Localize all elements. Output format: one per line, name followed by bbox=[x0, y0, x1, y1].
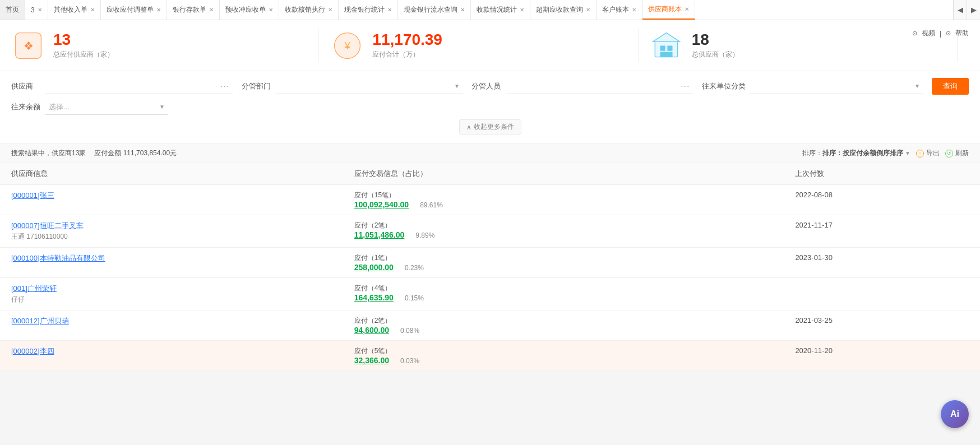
payable-amount[interactable]: 11,051,486.00 bbox=[354, 230, 405, 239]
query-button[interactable]: 查询 bbox=[932, 78, 969, 95]
table-row: [000100]本特勒油品有限公司应付（1笔）258,000.000.23%20… bbox=[0, 248, 980, 278]
nav-receipt-stats[interactable]: 收款情况统计 ✕ bbox=[471, 0, 530, 20]
total-payable-suppliers-value: 13 bbox=[53, 31, 114, 49]
supplier-link[interactable]: [000002]李四 bbox=[11, 347, 54, 355]
nav-left-arrow[interactable]: ◀ bbox=[953, 0, 967, 20]
supplier-info-cell: [000002]李四 bbox=[0, 341, 343, 371]
top-right-links: ⊙ 视频 | ⊙ 帮助 bbox=[912, 29, 969, 38]
table-row: [000001]张三应付（15笔）100,092,540.0089.61%202… bbox=[0, 185, 980, 215]
summary-card-payable-suppliers: ❖ 13 总应付供应商（家） bbox=[11, 29, 319, 62]
nav-other-income-label: 其他收入单 bbox=[54, 5, 87, 15]
supplier-link[interactable]: [001]广州荣轩 bbox=[11, 284, 57, 293]
payable-percentage: 0.03% bbox=[400, 357, 419, 365]
refresh-label: 刷新 bbox=[955, 149, 969, 158]
nav-ar-ap-close[interactable]: ✕ bbox=[156, 7, 161, 13]
supplier-link[interactable]: [000007]恒旺二手叉车 bbox=[11, 221, 84, 230]
nav-overdue-ar[interactable]: 超期应收款查询 ✕ bbox=[530, 0, 597, 20]
help-icon: ⊙ bbox=[946, 30, 951, 37]
dept-dropdown-arrow-icon: ▼ bbox=[454, 83, 460, 89]
nav-bank-deposit[interactable]: 银行存款单 ✕ bbox=[167, 0, 220, 20]
refresh-icon: ↺ bbox=[945, 150, 953, 157]
payable-label: 应付（1笔） bbox=[354, 253, 773, 263]
nav-supplier-ledger-close[interactable]: ✕ bbox=[685, 6, 689, 12]
last-pay-cell: 2020-11-20 bbox=[784, 341, 980, 371]
supplier-link[interactable]: [000100]本特勒油品有限公司 bbox=[11, 254, 105, 262]
summary-content-amount: 11,170.39 应付合计（万） bbox=[372, 31, 442, 60]
nav-customer-ledger[interactable]: 客户账本 ✕ bbox=[597, 0, 642, 20]
nav-home-label: 首页 bbox=[6, 5, 19, 15]
nav-tab3-close[interactable]: ✕ bbox=[38, 7, 42, 13]
nav-cash-bank-flow[interactable]: 现金银行流水查询 ✕ bbox=[398, 0, 471, 20]
nav-customer-ledger-close[interactable]: ✕ bbox=[632, 7, 636, 13]
supplier-info-cell: [000007]恒旺二手叉车王通 17106110000 bbox=[0, 215, 343, 248]
payable-amount[interactable]: 100,092,540.00 bbox=[354, 200, 409, 209]
last-pay-cell: 2023-01-30 bbox=[784, 248, 980, 278]
collapse-button[interactable]: ∧ 收起更多条件 bbox=[459, 119, 521, 135]
supplier-info-cell: [001]广州荣轩仔仔 bbox=[0, 278, 343, 310]
payable-info-cell: 应付（2笔）11,051,486.009.89% bbox=[343, 215, 784, 248]
summary-card-total-suppliers: 18 总供应商（家） bbox=[650, 29, 958, 62]
video-link[interactable]: 视频 bbox=[922, 29, 935, 38]
payable-label: 应付（15笔） bbox=[354, 191, 773, 200]
payable-amount[interactable]: 94,600.00 bbox=[354, 326, 389, 335]
payable-label: 应付（2笔） bbox=[354, 221, 773, 230]
nav-supplier-ledger[interactable]: 供应商账本 ✕ bbox=[642, 0, 695, 20]
col-supplier-info: 供应商信息 bbox=[0, 163, 343, 185]
refresh-button[interactable]: ↺ 刷新 bbox=[945, 149, 969, 158]
category-filter-dropdown[interactable]: ▼ bbox=[749, 78, 924, 94]
nav-prepay-ar-close[interactable]: ✕ bbox=[269, 7, 273, 13]
supplier-dots-icon[interactable]: ··· bbox=[220, 81, 229, 91]
payable-percentage: 9.89% bbox=[415, 231, 434, 239]
dept-filter-label: 分管部门 bbox=[242, 81, 272, 91]
help-link[interactable]: 帮助 bbox=[955, 29, 969, 38]
nav-receipt-stats-close[interactable]: ✕ bbox=[520, 7, 524, 13]
nav-receipt-verify[interactable]: 收款核销执行 ✕ bbox=[279, 0, 339, 20]
svg-rect-7 bbox=[667, 45, 672, 50]
nav-cash-bank-stats[interactable]: 现金银行统计 ✕ bbox=[339, 0, 398, 20]
payable-info-cell: 应付（2笔）94,600.000.08% bbox=[343, 310, 784, 341]
supplier-filter-label: 供应商 bbox=[11, 81, 42, 91]
export-button[interactable]: ↑ 导出 bbox=[916, 149, 940, 158]
nav-right-arrow[interactable]: ▶ bbox=[967, 0, 980, 20]
payable-amount[interactable]: 164,635.90 bbox=[354, 293, 394, 302]
person-filter-input[interactable]: ··· bbox=[506, 78, 694, 94]
export-label: 导出 bbox=[926, 149, 940, 158]
nav-receipt-verify-close[interactable]: ✕ bbox=[328, 7, 332, 13]
col-last-pay: 上次付数 bbox=[784, 163, 980, 185]
person-dots-icon[interactable]: ··· bbox=[681, 81, 690, 91]
filter-balance: 往来余额 选择... ▼ bbox=[11, 99, 168, 115]
payable-percentage: 0.08% bbox=[400, 327, 419, 335]
nav-bank-deposit-close[interactable]: ✕ bbox=[209, 7, 214, 13]
sort-value[interactable]: 排序：按应付余额倒序排序 bbox=[822, 149, 903, 157]
payable-percentage: 89.61% bbox=[420, 201, 443, 209]
nav-cash-bank-stats-close[interactable]: ✕ bbox=[387, 7, 392, 13]
nav-other-income[interactable]: 其他收入单 ✕ bbox=[48, 0, 101, 20]
supplier-table: 供应商信息 应付交易信息（占比） 上次付数 [000001]张三应付（15笔）1… bbox=[0, 163, 980, 371]
nav-overdue-ar-close[interactable]: ✕ bbox=[586, 7, 590, 13]
supplier-filter-input[interactable]: ··· bbox=[45, 78, 233, 94]
filter-dept: 分管部门 ▼ bbox=[242, 78, 464, 94]
total-payable-amount-value: 11,170.39 bbox=[372, 31, 442, 49]
table-row: [000002]李四应付（5笔）32,366.000.03%2020-11-20 bbox=[0, 341, 980, 371]
supplier-link[interactable]: [000001]张三 bbox=[11, 191, 54, 200]
payable-amount[interactable]: 32,366.00 bbox=[354, 356, 389, 365]
supplier-link[interactable]: [000012]广州贝瑞 bbox=[11, 317, 69, 325]
nav-home[interactable]: 首页 bbox=[0, 0, 25, 20]
total-suppliers-label: 总供应商（家） bbox=[692, 50, 739, 59]
nav-ar-ap-label: 应收应付调整单 bbox=[107, 5, 154, 15]
nav-tab3[interactable]: 3 ✕ bbox=[25, 0, 48, 20]
summary-content-payable: 13 总应付供应商（家） bbox=[53, 31, 114, 60]
svg-rect-6 bbox=[660, 45, 665, 50]
nav-prepay-ar[interactable]: 预收冲应收单 ✕ bbox=[220, 0, 279, 20]
collapse-up-icon: ∧ bbox=[466, 123, 471, 131]
balance-filter-dropdown[interactable]: 选择... ▼ bbox=[45, 99, 168, 115]
last-pay-cell: 2022-08-08 bbox=[784, 185, 980, 215]
table-row: [000007]恒旺二手叉车王通 17106110000应付（2笔）11,051… bbox=[0, 215, 980, 248]
payable-percentage: 0.15% bbox=[405, 294, 424, 302]
payable-amount[interactable]: 258,000.00 bbox=[354, 263, 394, 272]
nav-ar-ap-adjust[interactable]: 应收应付调整单 ✕ bbox=[101, 0, 167, 20]
nav-cash-bank-flow-close[interactable]: ✕ bbox=[460, 7, 465, 13]
nav-other-income-close[interactable]: ✕ bbox=[90, 7, 95, 13]
nav-arrows: ◀ ▶ bbox=[953, 0, 980, 20]
dept-filter-dropdown[interactable]: ▼ bbox=[276, 78, 464, 94]
